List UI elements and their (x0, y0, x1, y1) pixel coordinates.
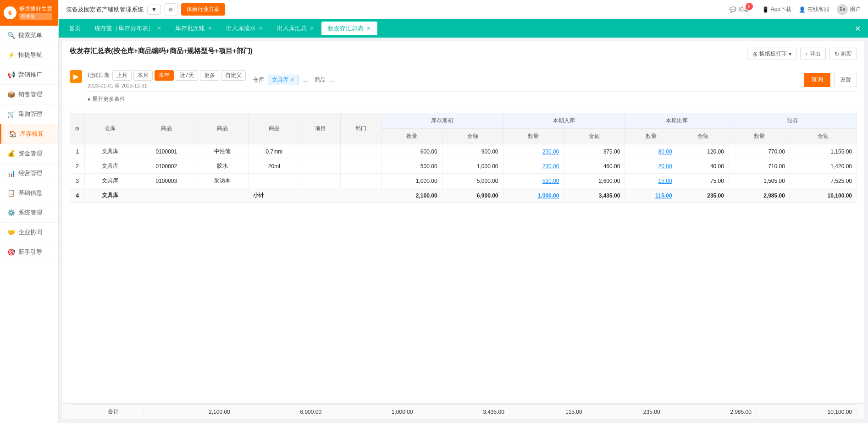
date-btn-this-year[interactable]: 本年 (155, 70, 174, 81)
tab-bar-close-icon[interactable]: ✕ (851, 24, 864, 33)
system-icon: ⚙️ (7, 209, 15, 216)
inventory-icon: 🏠 (9, 130, 16, 137)
sidebar-item-system[interactable]: ⚙️ 系统管理 (0, 203, 58, 223)
total-in-qty: 1,000.00 (326, 405, 418, 419)
tab-batch-account[interactable]: 库存批次账 ✕ (169, 22, 219, 35)
total-out-amt: 235.00 (587, 405, 665, 419)
sidebar-item-label: 销售管理 (18, 90, 42, 99)
sidebar-item-label: 营销推广 (18, 71, 42, 79)
col-opening-qty-header: 数量 (381, 129, 442, 144)
col-in-amt-header: 金额 (564, 129, 625, 144)
page-content: 收发存汇总表(按仓库+商品编码+商品+规格型号+项目+部门) 🖨 换纸板打印 ▾… (62, 41, 864, 419)
total-row: 合计 2,100.00 6,900.00 1,000.00 3,435.00 1… (70, 405, 857, 419)
cooperation-icon: 🤝 (7, 229, 15, 236)
goods-ellipsis[interactable]: ... (329, 76, 335, 83)
tab-close-icon[interactable]: ✕ (259, 25, 263, 32)
logo-icon: 6 (4, 6, 17, 19)
tab-close-icon[interactable]: ✕ (208, 25, 212, 32)
notification-item[interactable]: 💬 消息 6 (730, 5, 749, 13)
avatar: Ea (837, 4, 848, 15)
app-download[interactable]: 📱 App下载 (762, 5, 791, 13)
data-table: ⚙ 仓库 商品 商品 商品 项目 部门 库存期初 本期入库 本期出库 结存 (70, 113, 857, 203)
date-btn-custom[interactable]: 自定义 (221, 70, 246, 81)
print-button[interactable]: 🖨 换纸板打印 ▾ (747, 48, 796, 60)
warehouse-ellipsis[interactable]: ... (302, 76, 308, 83)
col-out-header: 本期出库 (625, 113, 729, 129)
footer-table: 合计 2,100.00 6,900.00 1,000.00 3,435.00 1… (70, 404, 857, 419)
col-project-header: 项目 (300, 113, 340, 144)
chevron-down-icon: ▾ (88, 96, 90, 103)
tab-bar: 首页 现存量（库存分布表） ✕ 库存批次账 ✕ 出入库流水 ✕ 出入库汇总 ✕ … (59, 19, 868, 38)
content-area: 收发存汇总表(按仓库+商品编码+商品+规格型号+项目+部门) 🖨 换纸板打印 ▾… (59, 38, 868, 423)
warehouse-filter: 仓库 文具库 ✕ ... (253, 75, 308, 85)
col-in-header: 本期入库 (503, 113, 625, 129)
col-goodscode-header: 商品 (136, 113, 197, 144)
date-btn-last-month[interactable]: 上月 (112, 70, 132, 81)
tab-inout-summary[interactable]: 出入库汇总 ✕ (271, 22, 321, 35)
goods-label: 商品 (315, 76, 326, 84)
tab-close-icon[interactable]: ✕ (310, 25, 314, 32)
sidebar-item-purchase[interactable]: 🛒 采购管理 (0, 104, 58, 124)
setting-button[interactable]: 设置 (834, 73, 857, 87)
sidebar-item-label: 快捷导航 (18, 51, 42, 59)
tab-close-icon[interactable]: ✕ (366, 25, 371, 32)
col-in-qty-header: 数量 (503, 129, 564, 144)
sidebar-item-inventory[interactable]: 🏠 库存核算 (0, 124, 58, 144)
settings-button[interactable]: ⚙ (165, 3, 177, 16)
tab-recv-send-summary[interactable]: 收发存汇总表 ✕ (321, 22, 377, 35)
newbie-icon: 🎯 (7, 248, 15, 256)
experience-button[interactable]: 体验行业方案 (181, 3, 225, 16)
sidebar-item-quick-nav[interactable]: ⚡ 快捷导航 (0, 45, 58, 65)
export-button[interactable]: ↑ 导出 (800, 48, 826, 60)
tab-home[interactable]: 首页 (62, 22, 87, 35)
print-icon: 🖨 (752, 51, 757, 57)
tab-close-icon[interactable]: ✕ (157, 25, 161, 32)
tab-inout-flow[interactable]: 出入库流水 ✕ (220, 22, 270, 35)
date-btn-this-month[interactable]: 本月 (133, 70, 153, 81)
sidebar-item-operations[interactable]: 📊 经营管理 (0, 164, 58, 183)
query-button[interactable]: 查询 (804, 73, 830, 87)
date-btn-more[interactable]: 更多 (200, 70, 219, 81)
sidebar-item-label: 新手引导 (18, 248, 42, 256)
total-label: 合计 (83, 405, 144, 419)
col-warehouse-header: 仓库 (85, 113, 136, 144)
sidebar-item-label: 基础信息 (18, 189, 42, 197)
total-in-amt: 3,435.00 (418, 405, 509, 419)
filter-row: 记账日期 上月 本月 本年 近7天 更多 自定义 (88, 70, 857, 89)
expand-more-button[interactable]: ▾ 展开更多条件 (88, 91, 857, 103)
logo-badge: 标准版 (19, 13, 52, 20)
refresh-icon: ↻ (835, 51, 839, 57)
main-area: 装备及固定资产辅助管理系统 ▼ ⚙ 体验行业方案 💬 消息 6 📱 App下载 … (59, 0, 868, 423)
sidebar-nav: 🔍 搜索菜单 ⚡ 快捷导航 📢 营销推广 📦 销售管理 🛒 采购管理 🏠 库存核… (0, 26, 58, 423)
col-department-header: 部门 (341, 113, 381, 144)
col-goodsname-header: 商品 (197, 113, 248, 144)
sidebar-item-sales[interactable]: 📦 销售管理 (0, 85, 58, 104)
online-service[interactable]: 👤 在线客服 (799, 5, 829, 13)
sidebar-item-search[interactable]: 🔍 搜索菜单 (0, 26, 58, 45)
refresh-button[interactable]: ↻ 刷新 (829, 48, 857, 60)
basic-icon: 📋 (7, 189, 15, 197)
date-range: 2023-01-01 至 2023-12-31 (88, 82, 147, 89)
sidebar-item-newbie[interactable]: 🎯 新手引导 (0, 242, 58, 262)
col-out-amt-header: 金额 (677, 129, 729, 144)
marketing-icon: 📢 (7, 71, 15, 78)
sidebar-item-cooperation[interactable]: 🤝 企业协同 (0, 223, 58, 242)
sidebar-item-label: 经营管理 (18, 169, 42, 177)
tab-stock-dist[interactable]: 现存量（库存分布表） ✕ (88, 22, 168, 35)
sidebar-item-marketing[interactable]: 📢 营销推广 (0, 65, 58, 85)
system-selector[interactable]: ▼ (147, 5, 161, 15)
col-settings-header[interactable]: ⚙ (70, 113, 85, 144)
col-opening-header: 库存期初 (381, 113, 503, 129)
sidebar-item-finance[interactable]: 💰 资金管理 (0, 144, 58, 164)
sidebar-item-label: 库存核算 (20, 130, 44, 138)
col-closing-amt-header: 金额 (790, 129, 857, 144)
user-profile[interactable]: Ea 用户 (837, 4, 861, 15)
col-closing-header: 结存 (729, 113, 857, 129)
quick-nav-icon: ⚡ (7, 51, 15, 59)
collapse-button[interactable]: ▶ (70, 70, 82, 83)
warehouse-tag-close[interactable]: ✕ (290, 77, 294, 83)
warehouse-tag[interactable]: 文具库 ✕ (268, 75, 299, 85)
date-btn-7days[interactable]: 近7天 (176, 70, 198, 81)
sidebar-item-basic[interactable]: 📋 基础信息 (0, 183, 58, 203)
goods-filter: 商品 ... (315, 76, 335, 84)
